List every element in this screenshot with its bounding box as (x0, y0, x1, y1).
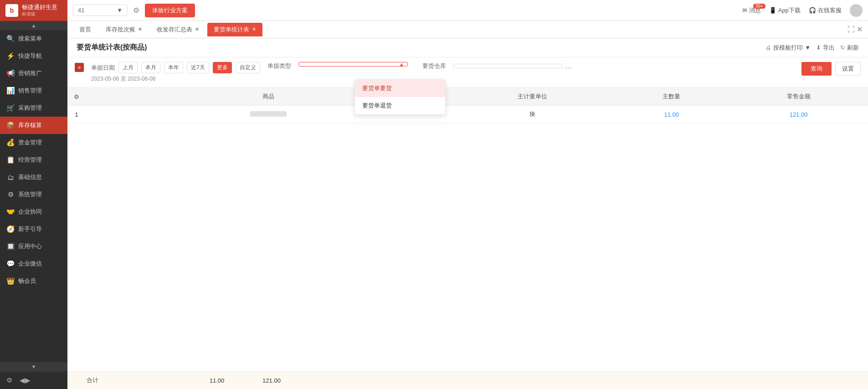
date-more[interactable]: 更多 (213, 62, 232, 73)
date-range-display: 2023-05-06 至 2023-06-06 (91, 75, 260, 83)
type-filter-label: 单据类型 (267, 62, 291, 70)
print-button[interactable]: 🖨 按模板打印 ▼ (765, 44, 811, 52)
tabs-bar: 首页库存批次账 ✕收发存汇总表 ✕要货单统计表 ✕⛶✕ (67, 21, 868, 38)
refresh-button[interactable]: ↻ 刷新 (840, 44, 859, 52)
sidebar-item-apps[interactable]: 🔲 应用中心 (0, 238, 67, 255)
trial-button[interactable]: 体验行业方案 (145, 4, 195, 17)
type-dropdown: 要货单要货要货单退货 (354, 79, 446, 115)
sidebar-item-purchase[interactable]: 🛒 采购管理 (0, 99, 67, 117)
tab-3[interactable]: 要货单统计表 ✕ (207, 23, 262, 36)
refresh-label: 刷新 (847, 44, 859, 52)
page-title: 要货单统计表(按商品) (77, 43, 147, 52)
type-select-arrow: ▲ (399, 61, 404, 67)
coop-icon: 🤝 (6, 208, 15, 216)
tab-close-1[interactable]: ✕ (138, 26, 142, 32)
print-icon: 🖨 (765, 44, 771, 51)
sidebar-item-inventory[interactable]: 📦 库存核算 (0, 117, 67, 134)
tab-2[interactable]: 收发存汇总表 ✕ (150, 23, 205, 36)
tab-label-0: 首页 (79, 26, 91, 34)
sidebar-item-guide[interactable]: 🧭 新手引导 (0, 220, 67, 238)
message-item[interactable]: ✉ 消息 99+ (742, 6, 761, 15)
sidebar-label-sales: 销售管理 (18, 87, 42, 95)
cell-amount-0: 121.00 (729, 106, 868, 123)
app-download-label: App下载 (778, 6, 801, 15)
sidebar-label-wechat: 企业微信 (18, 260, 42, 268)
tab-1[interactable]: 库存批次账 ✕ (99, 23, 149, 36)
sidebar-label-basic: 基础信息 (18, 173, 42, 181)
footer-label: 合计 (73, 376, 98, 384)
table-footer: 合计 11.00 121.00 (67, 371, 868, 389)
tab-close-2[interactable]: ✕ (195, 26, 199, 32)
th-settings: ⚙ (67, 88, 86, 106)
data-table: ⚙ 商品 主计量单位 主数量 零售金额 1 块 11.00 121.00 (67, 88, 868, 123)
date-custom[interactable]: 自定义 (236, 62, 260, 73)
sidebar-collapse-icon[interactable]: ◀▶ (20, 376, 31, 384)
date-this-year[interactable]: 本年 (164, 62, 183, 73)
sidebar-label-purchase: 采购管理 (18, 104, 42, 112)
topbar-right: ✉ 消息 99+ 📱 App下载 🎧 在线客服 (742, 4, 863, 17)
cell-qty-0: 11.00 (614, 106, 729, 123)
settings-icon[interactable]: ⚙ (133, 6, 139, 15)
sidebar-item-system[interactable]: ⚙ 系统管理 (0, 186, 67, 203)
sidebar-scroll-up[interactable]: ▲ (0, 21, 67, 30)
sidebar-item-basic[interactable]: 🗂 基础信息 (0, 169, 67, 186)
sidebar-item-vip[interactable]: 👑 畅会员 (0, 272, 67, 290)
tab-close-all-icon[interactable]: ✕ (857, 25, 863, 34)
sidebar-item-search[interactable]: 🔍 搜索菜单 (0, 30, 67, 47)
online-service-label: 在线客服 (818, 6, 842, 15)
online-service-item[interactable]: 🎧 在线客服 (809, 6, 842, 15)
sidebar-label-coop: 企业协同 (18, 208, 42, 216)
refresh-icon: ↻ (840, 44, 845, 51)
tab-close-3[interactable]: ✕ (252, 26, 256, 32)
sidebar-item-finance[interactable]: 💰 资金管理 (0, 134, 67, 151)
tab-expand-icon[interactable]: ⛶ (847, 26, 855, 34)
filter-settings-button[interactable]: 设置 (835, 62, 861, 76)
sidebar-label-apps: 应用中心 (18, 242, 42, 251)
search-icon: 🔍 (6, 35, 15, 43)
dropdown-item-要货单要货[interactable]: 要货单要货 (355, 80, 445, 97)
sidebar-scroll-down[interactable]: ▼ (0, 362, 67, 371)
store-selector[interactable]: 41 ▼ (73, 5, 128, 16)
operations-icon: 📋 (6, 156, 15, 164)
warehouse-more-icon[interactable]: … (565, 62, 572, 70)
tab-label-3: 要货单统计表 (214, 26, 249, 34)
type-select[interactable] (298, 62, 408, 67)
quicknav-icon: ⚡ (6, 52, 15, 60)
date-last-7days[interactable]: 近7天 (187, 62, 209, 73)
user-avatar[interactable] (850, 4, 863, 17)
sidebar-settings-icon[interactable]: ⚙ (6, 376, 12, 384)
app-download-item[interactable]: 📱 App下载 (769, 6, 801, 15)
th-qty: 主数量 (614, 88, 729, 106)
basic-icon: 🗂 (6, 174, 15, 181)
sidebar-item-wechat[interactable]: 💬 企业微信 (0, 255, 67, 272)
type-select-wrapper: ▲ (298, 62, 408, 67)
warehouse-select[interactable] (453, 64, 563, 68)
brand-edition: 标准版 (22, 11, 57, 17)
sidebar-item-quicknav[interactable]: ⚡ 快捷导航 (0, 47, 67, 65)
footer-amount: 121.00 (244, 377, 299, 384)
data-table-wrapper: ⚙ 商品 主计量单位 主数量 零售金额 1 块 11.00 121.00 (67, 88, 868, 371)
sidebar-nav: 🔍 搜索菜单 ⚡ 快捷导航 📢 营销推广 📊 销售管理 🛒 采购管理 📦 库存核… (0, 30, 67, 362)
sidebar-item-operations[interactable]: 📋 经营管理 (0, 151, 67, 169)
sidebar-item-sales[interactable]: 📊 销售管理 (0, 82, 67, 99)
page-header: 要货单统计表(按商品) 🖨 按模板打印 ▼ ⬇ 导出 ↻ 刷新 (67, 38, 868, 57)
footer-qty: 11.00 (190, 377, 244, 384)
sidebar-item-marketing[interactable]: 📢 营销推广 (0, 65, 67, 82)
cell-no-0: 1 (67, 106, 86, 123)
filter-expand-button[interactable]: » (75, 63, 84, 72)
tab-0[interactable]: 首页 (73, 23, 98, 36)
sidebar-label-quicknav: 快捷导航 (18, 52, 42, 60)
filter-bar: » 单据日期 上月 本月 本年 近7天 更多 自定义 2023-05-06 至 … (67, 57, 868, 88)
export-button[interactable]: ⬇ 导出 (816, 44, 835, 52)
warehouse-select-wrapper: … (453, 62, 572, 70)
dropdown-item-要货单退货[interactable]: 要货单退货 (355, 97, 445, 114)
query-button[interactable]: 查询 (801, 62, 832, 76)
date-this-month[interactable]: 本月 (141, 62, 160, 73)
sidebar-label-inventory: 库存核算 (18, 121, 42, 129)
th-amount: 零售金额 (729, 88, 868, 106)
export-label: 导出 (823, 44, 835, 52)
sidebar-item-coop[interactable]: 🤝 企业协同 (0, 203, 67, 220)
message-badge: 99+ (753, 4, 765, 9)
date-last-month[interactable]: 上月 (118, 62, 138, 73)
sidebar-label-operations: 经营管理 (18, 156, 42, 164)
